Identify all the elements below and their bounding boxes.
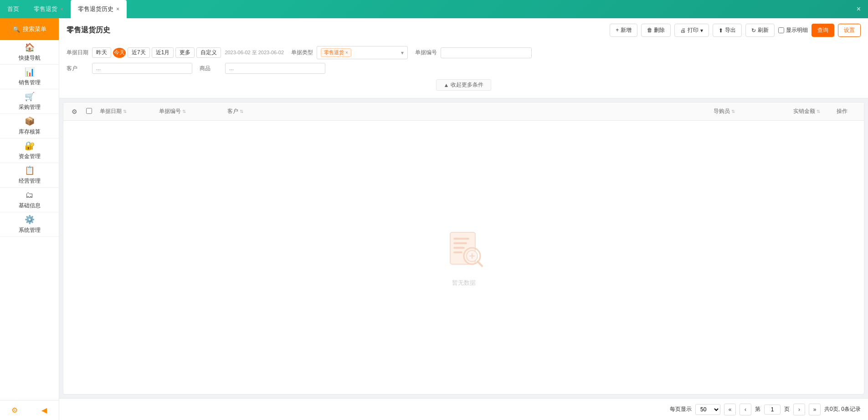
table-container: ⚙ 单据日期 ⇅ 单据编号 ⇅ 客户 ⇅ 导购员 ⇅ xyxy=(63,102,864,394)
date-btn-more[interactable]: 更多 xyxy=(175,47,195,58)
tab-list: 首页 零售退货 × 零售退货历史 × xyxy=(0,0,849,18)
voucher-type-dropdown-icon: ▾ xyxy=(401,50,404,56)
sort-guide-icon: ⇅ xyxy=(731,109,735,114)
delete-button[interactable]: 🗑 删除 xyxy=(641,24,671,37)
sidebar-settings-button[interactable]: ⚙ xyxy=(7,403,22,418)
window-close-button[interactable]: × xyxy=(849,5,868,13)
voucher-type-tag-close[interactable]: × xyxy=(345,50,348,55)
svg-rect-3 xyxy=(453,247,465,249)
col-header-date[interactable]: 单据日期 ⇅ xyxy=(96,108,155,115)
sidebar-item-quicknav[interactable]: 🏠 快捷导航 xyxy=(0,40,59,65)
purchase-icon: 🛒 xyxy=(25,92,35,102)
table-header: ⚙ 单据日期 ⇅ 单据编号 ⇅ 客户 ⇅ 导购员 ⇅ xyxy=(63,102,864,121)
export-icon: ⬆ xyxy=(719,27,723,34)
table-column-settings-button[interactable]: ⚙ xyxy=(67,108,82,115)
query-button[interactable]: 查询 xyxy=(812,24,834,37)
sidebar-collapse-button[interactable]: ◀ xyxy=(37,403,51,418)
date-btn-7days[interactable]: 近7天 xyxy=(128,47,150,58)
page-label: 第 xyxy=(755,405,760,413)
export-button[interactable]: ⬆ 导出 xyxy=(713,24,742,37)
col-header-amount[interactable]: 实销金额 ⇅ xyxy=(769,108,824,115)
empty-illustration xyxy=(441,228,487,273)
show-detail-checkbox-label[interactable]: 显示明细 xyxy=(778,26,808,34)
sidebar-item-basic-info[interactable]: 🗂 基础信息 xyxy=(0,188,59,212)
new-button[interactable]: + 新增 xyxy=(610,24,637,37)
sort-date-icon: ⇅ xyxy=(123,109,127,114)
table-select-all-checkbox[interactable] xyxy=(82,108,96,115)
sort-no-icon: ⇅ xyxy=(182,109,186,114)
toolbar: + 新增 🗑 删除 🖨 打印 ▾ ⬆ 导出 ↻ 刷新 xyxy=(610,24,861,37)
refresh-icon: ↻ xyxy=(751,27,756,34)
date-range-buttons: 昨天 今天 近7天 近1月 更多 自定义 2023-06-02 至 2023-0… xyxy=(92,47,284,58)
svg-rect-4 xyxy=(453,251,462,253)
date-label: 单据日期 xyxy=(67,49,88,56)
date-btn-1month[interactable]: 近1月 xyxy=(152,47,174,58)
main-content: 零售退货历史 + 新增 🗑 删除 🖨 打印 ▾ ⬆ 导出 ↻ xyxy=(59,18,868,420)
sidebar-item-system[interactable]: ⚙️ 系统管理 xyxy=(0,212,59,237)
tab-retail-return[interactable]: 零售退货 × xyxy=(26,0,71,18)
sidebar-item-operations[interactable]: 📋 经营管理 xyxy=(0,163,59,188)
page-first-button[interactable]: « xyxy=(724,404,736,415)
date-btn-today[interactable]: 今天 xyxy=(113,48,126,58)
col-header-customer[interactable]: 客户 ⇅ xyxy=(224,108,710,115)
operations-icon: 📋 xyxy=(25,165,35,175)
inventory-icon: 📦 xyxy=(25,116,35,126)
sort-amount-icon: ⇅ xyxy=(817,109,820,114)
date-filter: 单据日期 昨天 今天 近7天 近1月 更多 自定义 2023-06-02 至 2… xyxy=(67,47,284,58)
finance-icon: 🔐 xyxy=(25,141,35,151)
print-button[interactable]: 🖨 打印 ▾ xyxy=(674,24,709,37)
sidebar-search[interactable]: 🔍 搜索菜单 xyxy=(0,18,59,40)
goods-input[interactable] xyxy=(225,63,325,74)
sidebar-item-sales[interactable]: 📊 销售管理 xyxy=(0,65,59,89)
settings-button[interactable]: 设置 xyxy=(838,24,861,37)
voucher-type-select[interactable]: 零售退货 × ▾ xyxy=(317,46,408,59)
filter-row-1: 单据日期 昨天 今天 近7天 近1月 更多 自定义 2023-06-02 至 2… xyxy=(67,46,861,59)
goods-label: 商品 xyxy=(200,65,221,72)
per-page-select[interactable]: 50 10 20 100 xyxy=(695,404,720,415)
filter-area: 单据日期 昨天 今天 近7天 近1月 更多 自定义 2023-06-02 至 2… xyxy=(67,42,861,98)
tab-home[interactable]: 首页 xyxy=(0,0,26,18)
col-header-guide[interactable]: 导购员 ⇅ xyxy=(710,108,769,115)
voucher-no-input[interactable] xyxy=(441,47,532,58)
pagination-bar: 每页显示 50 10 20 100 « ‹ 第 页 › » 共0页, 0条记录 xyxy=(59,398,868,420)
page-prev-button[interactable]: ‹ xyxy=(740,404,751,415)
home-icon: 🏠 xyxy=(25,42,35,52)
customer-input[interactable] xyxy=(92,63,192,74)
show-detail-checkbox[interactable] xyxy=(778,27,784,33)
sidebar-item-finance[interactable]: 🔐 资金管理 xyxy=(0,138,59,163)
voucher-no-filter: 单据编号 xyxy=(415,47,532,58)
page-next-button[interactable]: › xyxy=(793,404,805,415)
sidebar: 🔍 搜索菜单 🏠 快捷导航 📊 销售管理 🛒 采购管理 📦 库存核算 🔐 xyxy=(0,18,59,420)
top-bar: 首页 零售退货 × 零售退货历史 × × xyxy=(0,0,868,18)
date-range-display: 2023-06-02 至 2023-06-02 xyxy=(225,49,284,56)
page-title: 零售退货历史 xyxy=(67,26,110,35)
collapse-filter-button[interactable]: ▲ 收起更多条件 xyxy=(436,79,492,91)
sidebar-item-inventory[interactable]: 📦 库存核算 xyxy=(0,114,59,138)
basic-info-icon: 🗂 xyxy=(26,190,34,200)
per-page-label: 每页显示 xyxy=(670,405,692,413)
sidebar-bottom: ⚙ ◀ xyxy=(0,400,59,420)
page-number-input[interactable] xyxy=(764,405,781,415)
page-header: 零售退货历史 + 新增 🗑 删除 🖨 打印 ▾ ⬆ 导出 ↻ xyxy=(59,18,868,98)
goods-filter: 商品 xyxy=(200,63,325,74)
date-btn-yesterday[interactable]: 昨天 xyxy=(92,47,111,58)
customer-filter: 客户 xyxy=(67,63,192,74)
col-header-action: 操作 xyxy=(824,108,860,115)
sidebar-search-label: 搜索菜单 xyxy=(23,25,46,33)
voucher-type-filter: 单据类型 零售退货 × ▾ xyxy=(291,46,408,59)
customer-label: 客户 xyxy=(67,65,88,72)
sidebar-item-purchase[interactable]: 🛒 采购管理 xyxy=(0,89,59,114)
search-icon: 🔍 xyxy=(13,26,20,33)
sort-customer-icon: ⇅ xyxy=(240,109,243,114)
page-title-row: 零售退货历史 + 新增 🗑 删除 🖨 打印 ▾ ⬆ 导出 ↻ xyxy=(67,24,861,37)
page-last-button[interactable]: » xyxy=(809,404,821,415)
refresh-button[interactable]: ↻ 刷新 xyxy=(745,24,775,37)
date-btn-custom[interactable]: 自定义 xyxy=(196,47,221,58)
tab-retail-return-close[interactable]: × xyxy=(60,6,63,12)
sales-icon: 📊 xyxy=(25,67,35,77)
voucher-type-label: 单据类型 xyxy=(291,49,313,56)
tab-retail-return-history-close[interactable]: × xyxy=(116,6,119,12)
tab-retail-return-history[interactable]: 零售退货历史 × xyxy=(71,0,127,18)
main-layout: 🔍 搜索菜单 🏠 快捷导航 📊 销售管理 🛒 采购管理 📦 库存核算 🔐 xyxy=(0,18,868,420)
col-header-no[interactable]: 单据编号 ⇅ xyxy=(155,108,224,115)
